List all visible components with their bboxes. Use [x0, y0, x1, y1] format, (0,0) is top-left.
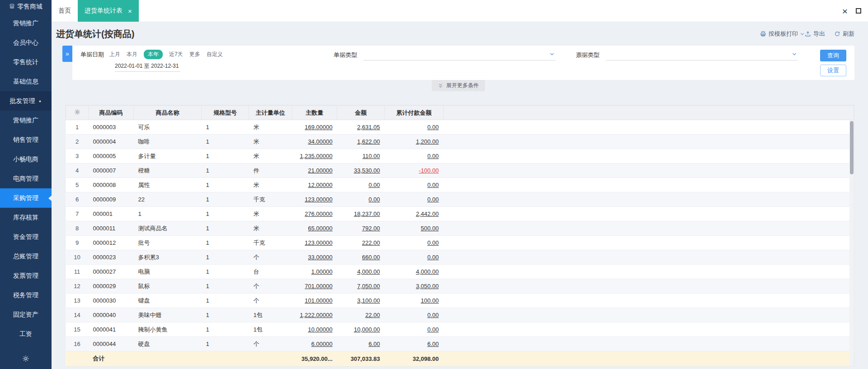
paid-drilldown-link[interactable]: 500.00 — [421, 225, 439, 232]
paid-drilldown-link[interactable]: -100.00 — [419, 167, 439, 174]
qty-drilldown-link[interactable]: 123.00000 — [305, 196, 332, 203]
table-row[interactable]: 130000030键盘1个101.000003,100.00100.00 — [66, 294, 854, 308]
sidebar-item-库存核算[interactable]: 库存核算 — [0, 208, 52, 227]
qty-drilldown-link[interactable]: 1.00000 — [311, 268, 333, 275]
tab-purchase-stats[interactable]: 进货单统计表 × — [78, 0, 139, 22]
qty-drilldown-link[interactable]: 65.00000 — [308, 225, 332, 232]
sidebar-item-总账管理[interactable]: 总账管理 — [0, 247, 52, 266]
paid-drilldown-link[interactable]: 4,000.00 — [416, 268, 439, 275]
qty-drilldown-link[interactable]: 1,235.00000 — [300, 153, 332, 159]
table-row[interactable]: 700000111米276.0000018,237.002,442.00 — [66, 207, 854, 221]
column-header-主计量单位[interactable]: 主计量单位 — [249, 106, 292, 120]
sidebar-item-基础信息[interactable]: 基础信息 — [0, 72, 52, 91]
qty-drilldown-link[interactable]: 101.00000 — [305, 297, 332, 304]
table-row[interactable]: 120000029鼠标1个701.000007,050.003,050.00 — [66, 279, 854, 294]
sidebar-item-营销推广[interactable]: 营销推广 — [0, 14, 52, 33]
date-quick-近7天[interactable]: 近7天 — [169, 51, 183, 58]
table-row[interactable]: 90000012批号1千克123.00000222.000.00 — [66, 236, 854, 250]
amount-drilldown-link[interactable]: 4,000.00 — [357, 268, 380, 275]
amount-drilldown-link[interactable]: 6.00 — [368, 341, 380, 347]
column-header-商品编码[interactable]: 商品编码 — [89, 106, 134, 120]
column-header-商品名称[interactable]: 商品名称 — [134, 106, 202, 120]
sidebar-item-工资[interactable]: 工资 — [0, 324, 52, 344]
sidebar-item-发票管理[interactable]: 发票管理 — [0, 266, 52, 285]
tab-close-icon[interactable]: × — [128, 8, 132, 14]
sidebar-item-销售管理[interactable]: 销售管理 — [0, 130, 52, 149]
qty-drilldown-link[interactable]: 701.00000 — [305, 283, 332, 290]
close-icon[interactable]: × — [842, 6, 848, 16]
sidebar-item-采购管理[interactable]: 采购管理 — [0, 188, 52, 208]
amount-drilldown-link[interactable]: 110.00 — [363, 153, 380, 159]
date-quick-本年[interactable]: 本年 — [144, 50, 163, 59]
date-quick-本月[interactable]: 本月 — [127, 51, 137, 58]
column-settings-gear-icon[interactable] — [66, 106, 89, 120]
date-quick-上月[interactable]: 上月 — [109, 51, 120, 58]
paid-drilldown-link[interactable]: 3,050.00 — [416, 283, 439, 290]
doc-type-select[interactable] — [363, 50, 556, 61]
qty-drilldown-link[interactable]: 33.00000 — [308, 254, 332, 261]
export-button[interactable]: 导出 — [805, 30, 825, 38]
qty-drilldown-link[interactable]: 276.00000 — [305, 210, 332, 217]
qty-drilldown-link[interactable]: 6.00000 — [311, 341, 333, 347]
sidebar-item-零售商城[interactable]: 零售商城 — [0, 0, 52, 14]
paid-drilldown-link[interactable]: 0.00 — [427, 196, 439, 203]
sidebar-item-资金管理[interactable]: 资金管理 — [0, 227, 52, 247]
paid-drilldown-link[interactable]: 6.00 — [427, 341, 439, 347]
date-quick-更多[interactable]: 更多 — [189, 51, 200, 58]
date-quick-自定义[interactable]: 自定义 — [207, 51, 223, 58]
expand-more-conditions-button[interactable]: 展开更多条件 — [432, 80, 485, 91]
qty-drilldown-link[interactable]: 34.00000 — [308, 138, 332, 145]
column-header-金额[interactable]: 金额 — [337, 106, 385, 120]
date-range-input[interactable]: 2022-01-01 至 2022-12-31 — [115, 62, 180, 72]
sidebar-item-会员中心[interactable]: 会员中心 — [0, 33, 52, 52]
paid-drilldown-link[interactable]: 0.00 — [427, 124, 439, 131]
print-dropdown-chevron-icon[interactable] — [800, 32, 805, 37]
table-scrollbar-thumb[interactable] — [850, 121, 854, 174]
table-scrollbar[interactable] — [849, 120, 854, 366]
sidebar-item-小畅电商[interactable]: 小畅电商 — [0, 149, 52, 169]
amount-drilldown-link[interactable]: 0.00 — [368, 196, 380, 203]
sidebar-item-零售统计[interactable]: 零售统计 — [0, 52, 52, 72]
column-header-规格型号[interactable]: 规格型号 — [202, 106, 249, 120]
table-row[interactable]: 160000044硬盘1个6.000006.006.00 — [66, 337, 854, 351]
refresh-button[interactable]: 刷新 — [834, 30, 854, 38]
amount-drilldown-link[interactable]: 792.00 — [362, 225, 380, 232]
amount-drilldown-link[interactable]: 2,631.05 — [357, 124, 380, 131]
sidebar-item-营销推广[interactable]: 营销推广 — [0, 111, 52, 130]
paid-drilldown-link[interactable]: 1,200.00 — [416, 138, 439, 145]
sidebar-item-批发管理[interactable]: 批发管理▲ — [0, 91, 52, 111]
sidebar-settings-gear-icon[interactable] — [0, 348, 52, 369]
column-header-主数量[interactable]: 主数量 — [292, 106, 337, 120]
amount-drilldown-link[interactable]: 222.00 — [362, 239, 380, 246]
amount-drilldown-link[interactable]: 18,237.00 — [354, 210, 380, 217]
qty-drilldown-link[interactable]: 169.00000 — [305, 124, 332, 131]
table-row[interactable]: 40000007橙糖1件21.0000033,530.00-100.00 — [66, 163, 854, 178]
paid-drilldown-link[interactable]: 0.00 — [427, 153, 439, 159]
amount-drilldown-link[interactable]: 33,530.00 — [354, 167, 380, 174]
paid-drilldown-link[interactable]: 0.00 — [427, 326, 439, 333]
settings-button[interactable]: 设置 — [820, 65, 846, 76]
sidebar-item-电商管理[interactable]: 电商管理 — [0, 169, 52, 188]
query-button[interactable]: 查询 — [820, 50, 846, 61]
amount-drilldown-link[interactable]: 1,622.00 — [357, 138, 380, 145]
table-row[interactable]: 100000023多积累31个33.00000660.000.00 — [66, 250, 854, 265]
amount-drilldown-link[interactable]: 22.00 — [365, 312, 380, 318]
qty-drilldown-link[interactable]: 1,222.00000 — [300, 312, 332, 318]
table-row[interactable]: 20000004咖啡1米34.000001,622.001,200.00 — [66, 135, 854, 149]
table-row[interactable]: 10000003可乐1米169.000002,631.050.00 — [66, 120, 854, 135]
table-row[interactable]: 80000011测试商品名1米65.00000792.00500.00 — [66, 221, 854, 236]
maximize-icon[interactable] — [856, 8, 861, 14]
qty-drilldown-link[interactable]: 12.00000 — [308, 182, 332, 188]
table-row[interactable]: 110000027电脑1台1.000004,000.004,000.00 — [66, 265, 854, 279]
table-row[interactable]: 50000008属性1米12.000000.000.00 — [66, 178, 854, 192]
table-row[interactable]: 30000005多计量1米1,235.00000110.000.00 — [66, 149, 854, 163]
bill-type-select[interactable] — [606, 50, 798, 61]
amount-drilldown-link[interactable]: 7,050.00 — [357, 283, 380, 290]
amount-drilldown-link[interactable]: 660.00 — [362, 254, 380, 261]
paid-drilldown-link[interactable]: 0.00 — [427, 239, 439, 246]
amount-drilldown-link[interactable]: 3,100.00 — [357, 297, 380, 304]
paid-drilldown-link[interactable]: 2,442.00 — [416, 210, 439, 217]
sidebar-item-固定资产[interactable]: 固定资产 — [0, 305, 52, 324]
sidebar-item-税务管理[interactable]: 税务管理 — [0, 285, 52, 305]
table-row[interactable]: 150000041腌制小黄鱼11包10.0000010,000.000.00 — [66, 322, 854, 337]
